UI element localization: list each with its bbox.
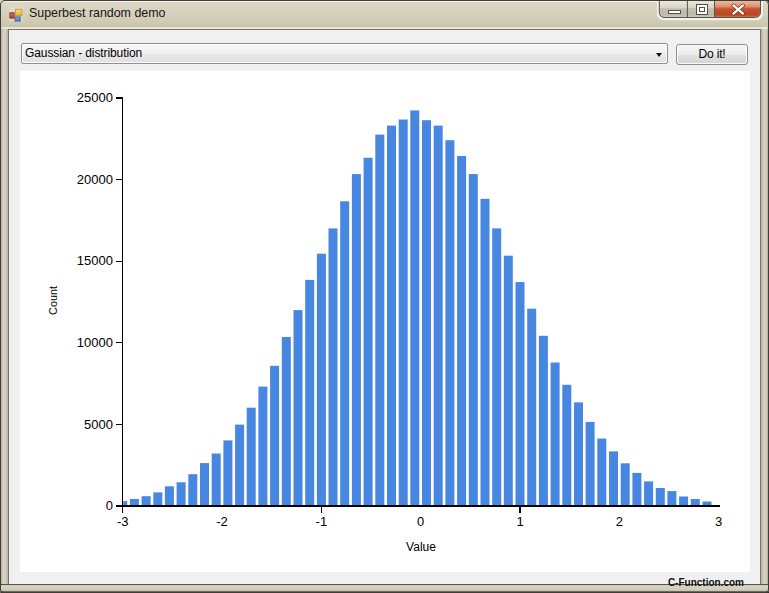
svg-text:5000: 5000 bbox=[84, 417, 113, 432]
svg-text:15000: 15000 bbox=[77, 253, 113, 268]
svg-text:-2: -2 bbox=[216, 514, 228, 529]
svg-text:2: 2 bbox=[616, 514, 623, 529]
svg-text:Count: Count bbox=[47, 286, 59, 315]
svg-text:3: 3 bbox=[715, 514, 722, 529]
svg-text:1: 1 bbox=[516, 514, 523, 529]
svg-text:10000: 10000 bbox=[77, 335, 113, 350]
svg-text:25000: 25000 bbox=[77, 90, 113, 105]
svg-text:Value: Value bbox=[406, 540, 436, 554]
svg-text:-1: -1 bbox=[316, 514, 328, 529]
svg-text:-3: -3 bbox=[117, 514, 129, 529]
svg-text:20000: 20000 bbox=[77, 172, 113, 187]
svg-text:0: 0 bbox=[106, 498, 113, 513]
svg-text:0: 0 bbox=[417, 514, 424, 529]
